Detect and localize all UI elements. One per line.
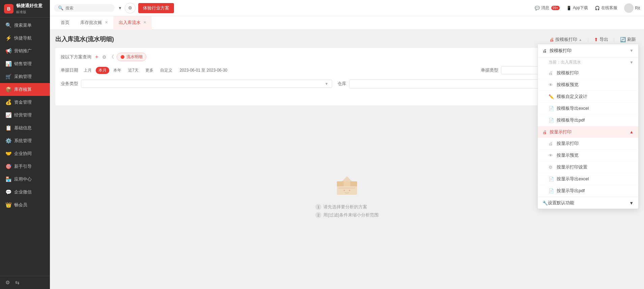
nav-label-search: 搜索菜单 (14, 22, 32, 28)
date-opt-2[interactable]: 本年 (111, 67, 124, 74)
dp-display-item-4[interactable]: 📄 按显示导出pdf (538, 185, 638, 197)
nav-label-quicknav: 快捷导航 (14, 35, 32, 41)
dp-template-item-3[interactable]: 📄 按模板导出excel (538, 103, 638, 114)
dp-settings-icon: 🔧 (543, 201, 548, 206)
nav-icon-wechat: 💬 (5, 189, 11, 195)
refresh-icon: 🔄 (620, 37, 626, 42)
dp-settings-arrow: ▼ (629, 201, 634, 206)
sidebar-item-marketing[interactable]: 📢营销推广 (0, 45, 50, 57)
sidebar-item-operation[interactable]: 📈经营管理 (0, 109, 50, 122)
sidebar-item-basic[interactable]: 📋基础信息 (0, 122, 50, 134)
sidebar-item-wechat[interactable]: 💬企业微信 (0, 186, 50, 199)
sidebar-item-sales[interactable]: 📊销售管理 (0, 57, 50, 70)
nav-label-purchase: 采购管理 (14, 74, 32, 80)
nav-icon-system: ⚙️ (5, 138, 11, 144)
dp-template-item-icon-1: 👁 (549, 82, 554, 87)
logo-icon: B (4, 4, 13, 14)
date-opt-5[interactable]: 自定义 (157, 67, 175, 74)
sidebar-nav: 🔍搜索菜单⚡快捷导航📢营销推广📊销售管理🛒采购管理📦库存核算💰资金管理📈经营管理… (0, 18, 50, 276)
date-opt-3[interactable]: 近7天 (125, 67, 141, 74)
dp-template-item-icon-3: 📄 (549, 106, 554, 111)
sidebar-item-appstore[interactable]: 🏪应用中心 (0, 173, 50, 186)
print-dropdown-panel: 🖨 按模板打印 ▼ 当前：出入库流水 ▼ 🖨 按模板打印 👁 按模板预览 ✏️ … (537, 44, 639, 209)
sidebar-item-inventory[interactable]: 📦库存核算 (0, 83, 50, 96)
sidebar-item-member[interactable]: 👑畅会员 (0, 199, 50, 211)
nav-label-finance: 资金管理 (14, 99, 32, 105)
dp-display-item-1[interactable]: 👁 按显示预览 (538, 150, 638, 161)
nav-label-appstore: 应用中心 (14, 176, 32, 182)
tab-home[interactable]: 首页 (55, 16, 75, 30)
sidebar-item-search[interactable]: 🔍搜索菜单 (0, 19, 50, 32)
dp-display-item-2[interactable]: ⚙ 按显示打印设置 (538, 161, 638, 173)
collapse-icon[interactable]: ⇆ (15, 280, 20, 286)
dp-template-item-4[interactable]: 📄 按模板导出pdf (538, 114, 638, 126)
sidebar-logo: B 畅捷通好生意 标准版 (0, 0, 50, 18)
biz-label: 业务类型 (61, 81, 78, 87)
dp-display-icon: 🖨 (543, 130, 547, 135)
tab-close-flow[interactable]: ✕ (143, 20, 146, 25)
sidebar-item-corp[interactable]: 🤝企业协同 (0, 147, 50, 160)
dp-display-item-3[interactable]: 📄 按显示导出excel (538, 173, 638, 185)
tag-icon: 🔴 (120, 55, 124, 59)
filter-add-btn[interactable]: ＋ (94, 53, 99, 60)
dp-display-section-header[interactable]: 🖨 按显示打印 ▲ (538, 126, 638, 138)
dp-display-item-0[interactable]: 🖨 按显示打印 (538, 138, 638, 150)
print-icon: 🖨 (549, 37, 554, 42)
export-icon: ⬆ (594, 37, 598, 42)
sidebar-item-quicknav[interactable]: ⚡快捷导航 (0, 32, 50, 45)
dp-current-arrow: ▼ (630, 60, 634, 65)
industry-button[interactable]: 体验行业方案 (138, 3, 174, 13)
nav-label-corp: 企业协同 (14, 151, 32, 157)
filter-tag: 🔴 流水明细 (117, 53, 146, 61)
date-opt-0[interactable]: 上月 (81, 67, 94, 74)
sidebar-item-system[interactable]: ⚙️系统管理 (0, 134, 50, 147)
app-download-action[interactable]: 📱 App下载 (566, 5, 588, 11)
user-action[interactable]: Rit (624, 3, 640, 13)
dp-settings-row[interactable]: 🔧 设置默认功能 ▼ (538, 197, 638, 209)
dp-template-arrow[interactable]: ▼ (630, 48, 634, 53)
nav-icon-member: 👑 (5, 202, 11, 208)
dp-template-item-2[interactable]: ✏️ 模板自定义设计 (538, 91, 638, 103)
dp-display-title: 🖨 按显示打印 (543, 129, 572, 135)
settings-icon[interactable]: ⚙ (5, 280, 10, 286)
dp-display-arrow[interactable]: ▲ (630, 130, 634, 134)
refresh-btn[interactable]: 🔄 刷新 (617, 35, 639, 44)
tab-close-batch[interactable]: ✕ (105, 20, 108, 25)
dp-display-item-icon-4: 📄 (549, 188, 554, 193)
dp-template-item-1[interactable]: 👁 按模板预览 (538, 79, 638, 91)
date-opt-4[interactable]: 更多 (143, 67, 156, 74)
sidebar-item-guide[interactable]: 🎯新手引导 (0, 160, 50, 173)
date-opt-1[interactable]: 本月 (96, 67, 109, 74)
svg-rect-3 (339, 188, 355, 188)
nav-label-operation: 经营管理 (14, 112, 32, 118)
sidebar-item-finance[interactable]: 💰资金管理 (0, 96, 50, 109)
print-template-btn[interactable]: 🖨 按模板打印 ▲ (547, 35, 585, 44)
dp-template-item-0[interactable]: 🖨 按模板打印 (538, 67, 638, 79)
nav-label-inventory: 库存核算 (14, 86, 32, 93)
sidebar-item-purchase[interactable]: 🛒采购管理 (0, 70, 50, 83)
gear-button[interactable]: ⚙ (125, 3, 136, 14)
header-search-dropdown[interactable]: ▼ (118, 6, 122, 10)
page-toolbar: 🖨 按模板打印 ▲ | ⬆ 导出 | 🔄 刷新 (547, 35, 639, 44)
nav-label-guide: 新手引导 (14, 163, 32, 169)
export-btn[interactable]: ⬆ 导出 (591, 35, 611, 44)
biz-select[interactable]: ▼ (81, 80, 332, 88)
nav-icon-search: 🔍 (5, 22, 11, 28)
filter-collapse-btn[interactable]: 《 (109, 54, 114, 60)
dp-template-header[interactable]: 🖨 按模板打印 ▼ (538, 44, 638, 57)
tab-batch[interactable]: 库存批次账✕ (75, 16, 113, 30)
filter-biz-item: 业务类型 ▼ (61, 80, 332, 88)
message-action[interactable]: 💬 消息 99+ (535, 5, 560, 11)
tab-flow[interactable]: 出入库流水✕ (113, 16, 152, 30)
nav-label-wechat: 企业微信 (14, 189, 32, 195)
chevron-up-icon: ▲ (579, 38, 582, 42)
empty-steps: 1 请先选择要分析的方案 2 用[过滤]条件来缩小分析范围 (315, 204, 378, 220)
online-service-action[interactable]: 🎧 在线客服 (595, 5, 617, 11)
search-input[interactable] (65, 6, 106, 10)
header-right: 💬 消息 99+ 📱 App下载 🎧 在线客服 Rit (535, 3, 640, 13)
sidebar: B 畅捷通好生意 标准版 🔍搜索菜单⚡快捷导航📢营销推广📊销售管理🛒采购管理📦库… (0, 0, 50, 289)
date-label: 单据日期 (61, 67, 78, 73)
filter-settings-btn[interactable]: ⚙ (102, 54, 107, 60)
header-search[interactable]: 🔍 (54, 4, 115, 12)
date-range: 2023-06-01 至 2023-06-30 (180, 68, 227, 73)
